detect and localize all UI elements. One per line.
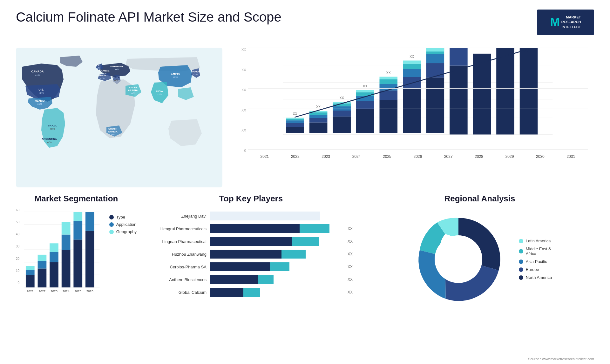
svg-rect-58 bbox=[356, 101, 374, 109]
svg-text:ARABIA: ARABIA bbox=[128, 89, 138, 92]
donut-chart-wrap: Latin America Middle East &Africa Asia P… bbox=[365, 208, 594, 310]
svg-rect-83 bbox=[473, 54, 491, 135]
dot-latin-america bbox=[519, 239, 523, 243]
svg-rect-81 bbox=[450, 66, 468, 135]
header: Calcium Folinate API Market Size and Sco… bbox=[16, 10, 594, 35]
legend-dot-geography bbox=[109, 230, 114, 234]
world-map-section: CANADA xx% U.S. xx% MEXICO xx% BRAZIL xx… bbox=[16, 41, 222, 194]
main-bar-chart: XX XX bbox=[248, 48, 588, 152]
svg-rect-76 bbox=[426, 63, 444, 78]
svg-text:2025: 2025 bbox=[74, 289, 81, 293]
svg-text:MEXICO: MEXICO bbox=[35, 99, 45, 102]
legend-north-america: North America bbox=[519, 275, 552, 280]
legend-middle-east: Middle East &Africa bbox=[519, 246, 552, 256]
svg-rect-42 bbox=[286, 118, 304, 120]
svg-text:2026: 2026 bbox=[86, 289, 93, 293]
top-players-section: Top Key Players Zhejiang Davi Hengrui Ph… bbox=[143, 194, 359, 327]
dot-north-america bbox=[519, 275, 523, 280]
svg-rect-67 bbox=[379, 77, 397, 79]
svg-rect-98 bbox=[38, 268, 47, 287]
segmentation-chart: 2021 2022 2023 2024 2025 2026 bbox=[24, 208, 100, 294]
svg-text:JAPAN: JAPAN bbox=[191, 70, 200, 73]
svg-rect-73 bbox=[403, 61, 421, 64]
logo: M MARKET RESEARCH INTELLECT bbox=[537, 10, 594, 35]
svg-rect-95 bbox=[26, 275, 35, 287]
svg-rect-69 bbox=[403, 89, 421, 133]
svg-rect-66 bbox=[379, 79, 397, 84]
player-row: Huzhou Zhanwang XX bbox=[149, 250, 353, 259]
svg-text:2021: 2021 bbox=[27, 289, 34, 293]
bar-chart-section: XX XX XX XX XX 0 bbox=[229, 41, 594, 194]
svg-rect-106 bbox=[62, 222, 71, 235]
svg-text:xx%: xx% bbox=[111, 133, 115, 136]
svg-rect-53 bbox=[333, 106, 351, 111]
svg-rect-79 bbox=[426, 48, 444, 51]
world-map-svg: CANADA xx% U.S. xx% MEXICO xx% BRAZIL xx… bbox=[16, 41, 222, 194]
legend-asia-pacific: Asia Pacific bbox=[519, 259, 552, 264]
svg-rect-96 bbox=[26, 270, 35, 275]
player-row: Hengrui Pharmaceuticals XX bbox=[149, 224, 353, 233]
page-title: Calcium Folinate API Market Size and Sco… bbox=[16, 10, 281, 25]
player-row: Zhejiang Davi bbox=[149, 212, 353, 220]
svg-text:xx%: xx% bbox=[193, 73, 197, 76]
logo-m-letter: M bbox=[550, 16, 560, 29]
legend-europe: Europe bbox=[519, 267, 552, 272]
svg-text:xx%: xx% bbox=[35, 74, 40, 77]
svg-text:SOUTH: SOUTH bbox=[108, 127, 117, 130]
player-row: Anthem Biosciences XX bbox=[149, 275, 353, 284]
svg-rect-48 bbox=[309, 112, 328, 115]
svg-rect-84 bbox=[496, 48, 514, 134]
legend-dot-application bbox=[109, 222, 114, 227]
svg-rect-72 bbox=[403, 64, 421, 69]
svg-text:XX: XX bbox=[316, 105, 321, 109]
page: Calcium Folinate API Market Size and Sco… bbox=[0, 0, 610, 364]
svg-rect-102 bbox=[50, 252, 58, 262]
players-chart: Zhejiang Davi Hengrui Pharmaceuticals bbox=[143, 208, 359, 304]
svg-rect-63 bbox=[379, 100, 397, 133]
map-container: CANADA xx% U.S. xx% MEXICO xx% BRAZIL xx… bbox=[16, 41, 222, 194]
svg-rect-111 bbox=[85, 212, 94, 231]
regional-title: Regional Analysis bbox=[365, 194, 594, 204]
svg-text:xx%: xx% bbox=[173, 76, 178, 78]
source-text: Source : www.marketresearchintellect.com bbox=[528, 357, 594, 361]
svg-rect-71 bbox=[403, 69, 421, 77]
segmentation-title: Market Segmentation bbox=[16, 194, 137, 204]
svg-text:SPAIN: SPAIN bbox=[98, 74, 106, 77]
svg-rect-99 bbox=[38, 261, 47, 269]
svg-rect-46 bbox=[309, 118, 328, 123]
segmentation-section: Market Segmentation 60 50 40 30 20 10 0 bbox=[16, 194, 137, 327]
legend-dot-type bbox=[109, 215, 114, 219]
svg-rect-41 bbox=[286, 120, 304, 123]
svg-text:XX: XX bbox=[293, 112, 297, 116]
svg-text:xx%: xx% bbox=[157, 93, 161, 95]
svg-text:xx%: xx% bbox=[100, 77, 104, 79]
svg-text:XX: XX bbox=[410, 55, 414, 58]
svg-rect-101 bbox=[50, 262, 58, 287]
svg-rect-47 bbox=[309, 115, 328, 118]
dot-middle-east bbox=[519, 249, 523, 253]
segmentation-legend: Type Application Geography bbox=[109, 215, 137, 295]
svg-rect-100 bbox=[38, 255, 47, 261]
svg-rect-97 bbox=[26, 266, 35, 270]
svg-text:xx%: xx% bbox=[114, 79, 118, 81]
svg-text:xx%: xx% bbox=[131, 92, 135, 94]
svg-point-118 bbox=[435, 235, 482, 283]
svg-rect-39 bbox=[286, 127, 304, 133]
legend-application: Application bbox=[109, 222, 137, 227]
player-row: Lingnan Pharmaceutical XX bbox=[149, 237, 353, 246]
svg-text:2024: 2024 bbox=[63, 289, 70, 293]
svg-text:XX: XX bbox=[339, 96, 344, 100]
player-row: Global Calcium XX bbox=[149, 288, 353, 297]
svg-rect-51 bbox=[333, 117, 351, 133]
svg-rect-61 bbox=[356, 90, 374, 92]
regional-section: Regional Analysis bbox=[365, 194, 594, 327]
svg-text:BRAZIL: BRAZIL bbox=[48, 124, 57, 127]
svg-text:INDIA: INDIA bbox=[156, 90, 163, 93]
players-title: Top Key Players bbox=[143, 194, 359, 204]
svg-rect-110 bbox=[85, 231, 94, 287]
svg-rect-107 bbox=[74, 239, 83, 287]
svg-rect-75 bbox=[426, 78, 444, 133]
svg-rect-43 bbox=[286, 118, 304, 119]
svg-text:XX: XX bbox=[363, 84, 367, 88]
svg-text:ARGENTINA: ARGENTINA bbox=[42, 138, 57, 140]
